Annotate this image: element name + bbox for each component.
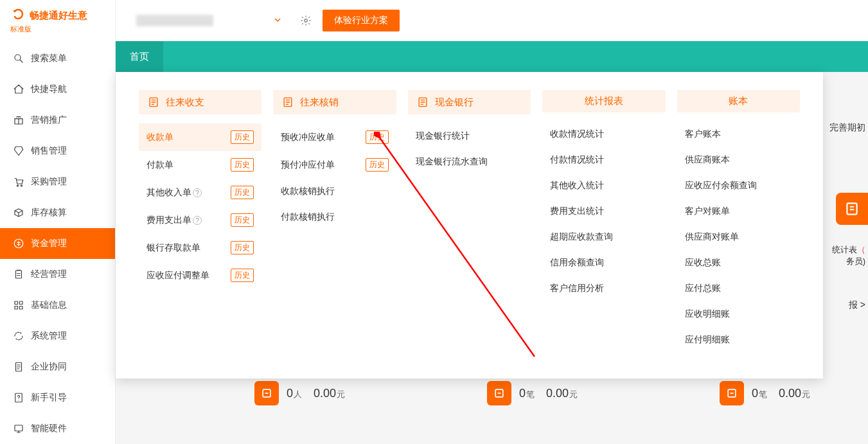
settings-button[interactable] xyxy=(297,12,315,30)
tab-home[interactable]: 首页 xyxy=(116,41,163,72)
mega-item-1-0[interactable]: 预收冲应收单历史 xyxy=(273,123,396,151)
mega-item-3-0[interactable]: 收款情况统计 xyxy=(542,121,665,147)
mega-item-4-7[interactable]: 应收明细账 xyxy=(677,301,800,327)
mega-item-3-6[interactable]: 客户信用分析 xyxy=(542,276,665,301)
money-icon xyxy=(13,238,24,249)
history-badge[interactable]: 历史 xyxy=(231,158,254,172)
sidebar-item-label: 搜索菜单 xyxy=(31,53,67,64)
mega-item-4-5[interactable]: 应收总账 xyxy=(677,250,800,276)
mega-item-4-8[interactable]: 应付明细账 xyxy=(677,327,800,353)
sidebar-item-label: 采购管理 xyxy=(31,176,67,188)
mega-item-4-3[interactable]: 客户对账单 xyxy=(677,199,800,224)
peek-card-1: 0笔0.00元 xyxy=(487,381,578,405)
logo-subtitle: 标准版 xyxy=(10,24,105,34)
mega-item-3-5[interactable]: 信用余额查询 xyxy=(542,250,665,276)
mega-item-label: 其他收入统计 xyxy=(550,180,604,191)
sidebar-item-11[interactable]: 新手引导 xyxy=(0,382,115,413)
mega-item-1-3[interactable]: 付款核销执行 xyxy=(273,204,396,230)
doc-icon xyxy=(416,95,430,109)
mega-item-0-0[interactable]: 收款单历史 xyxy=(139,123,261,151)
peek-values: 0笔0.00元 xyxy=(752,387,810,400)
mega-list: 现金银行统计现金银行流水查询 xyxy=(408,123,531,175)
org-name-redacted xyxy=(136,15,213,26)
history-badge[interactable]: 历史 xyxy=(231,213,254,227)
mega-item-label: 现金银行统计 xyxy=(416,130,470,142)
mega-column-header: 统计报表 xyxy=(542,90,665,112)
sidebar-item-6[interactable]: 资金管理 xyxy=(0,228,115,259)
mega-item-3-4[interactable]: 超期应收款查询 xyxy=(542,224,665,250)
history-badge[interactable]: 历史 xyxy=(366,158,389,172)
history-badge[interactable]: 历史 xyxy=(231,241,254,254)
mega-item-label: 应付明细账 xyxy=(685,334,730,346)
history-badge[interactable]: 历史 xyxy=(231,130,254,144)
logo-icon xyxy=(10,8,26,23)
mega-item-4-1[interactable]: 供应商账本 xyxy=(677,147,800,173)
mega-item-4-2[interactable]: 应收应付余额查询 xyxy=(677,173,800,199)
mega-item-label: 应收应付余额查询 xyxy=(685,180,757,191)
sidebar-item-7[interactable]: 经营管理 xyxy=(0,259,115,290)
sidebar-item-3[interactable]: 销售管理 xyxy=(0,136,115,166)
float-action-button[interactable] xyxy=(836,193,868,225)
sidebar-item-9[interactable]: 系统管理 xyxy=(0,321,115,351)
help-icon[interactable]: ? xyxy=(193,216,202,225)
mega-column-3: 统计报表收款情况统计付款情况统计其他收入统计费用支出统计超期应收款查询信用余额查… xyxy=(542,90,665,353)
history-badge[interactable]: 历史 xyxy=(231,186,254,199)
sidebar-item-4[interactable]: 采购管理 xyxy=(0,166,115,197)
svg-point-4 xyxy=(21,185,22,186)
sidebar-item-0[interactable]: 搜索菜单 xyxy=(0,43,115,74)
sidebar-item-5[interactable]: 库存核算 xyxy=(0,197,115,228)
org-selector[interactable] xyxy=(128,11,289,30)
mega-item-2-1[interactable]: 现金银行流水查询 xyxy=(408,149,531,175)
mega-item-2-0[interactable]: 现金银行统计 xyxy=(408,123,531,149)
mega-item-label: 预收冲应收单 xyxy=(281,132,335,143)
mega-item-label: 付款情况统计 xyxy=(550,154,604,166)
mega-menu-panel: 往来收支收款单历史付款单历史其他收入单?历史费用支出单?历史银行存取款单历史应收… xyxy=(116,72,823,378)
mega-item-0-4[interactable]: 银行存取款单历史 xyxy=(139,234,261,262)
sidebar-item-2[interactable]: 营销推广 xyxy=(0,105,115,136)
mega-item-3-2[interactable]: 其他收入统计 xyxy=(542,173,665,199)
mega-item-0-3[interactable]: 费用支出单?历史 xyxy=(139,206,261,234)
svg-rect-10 xyxy=(20,306,23,310)
mega-item-3-1[interactable]: 付款情况统计 xyxy=(542,147,665,173)
mega-item-4-0[interactable]: 客户账本 xyxy=(677,121,800,147)
mega-item-4-6[interactable]: 应付总账 xyxy=(677,276,800,301)
tab-bar: 首页 xyxy=(116,41,868,72)
mega-item-label: 费用支出统计 xyxy=(550,206,604,217)
clipboard-icon xyxy=(13,269,24,280)
experience-button[interactable]: 体验行业方案 xyxy=(323,10,400,31)
mega-column-header: 账本 xyxy=(677,90,800,112)
history-badge[interactable]: 历史 xyxy=(366,130,389,144)
sidebar-item-label: 基础信息 xyxy=(31,299,67,311)
chevron-down-icon xyxy=(274,16,281,26)
mega-item-label: 客户信用分析 xyxy=(550,283,604,294)
search-icon xyxy=(13,53,24,64)
mega-item-1-2[interactable]: 收款核销执行 xyxy=(273,179,396,204)
history-badge[interactable]: 历史 xyxy=(231,269,254,282)
grid-icon xyxy=(13,299,24,311)
svg-rect-13 xyxy=(15,425,22,431)
mega-item-label: 信用余额查询 xyxy=(550,257,604,269)
mega-item-0-2[interactable]: 其他收入单?历史 xyxy=(139,179,261,206)
report-link[interactable]: 报 > xyxy=(849,299,868,311)
mega-item-0-1[interactable]: 付款单历史 xyxy=(139,151,261,179)
mega-item-label: 应付总账 xyxy=(685,283,721,294)
mega-item-label: 供应商账本 xyxy=(685,154,730,166)
mega-item-1-1[interactable]: 预付冲应付单历史 xyxy=(273,151,396,179)
sidebar-item-label: 营销推广 xyxy=(31,114,67,126)
stat-icon xyxy=(487,381,511,405)
mega-item-4-4[interactable]: 供应商对账单 xyxy=(677,224,800,250)
mega-item-0-5[interactable]: 应收应付调整单历史 xyxy=(139,262,261,289)
sidebar-item-8[interactable]: 基础信息 xyxy=(0,290,115,321)
mega-item-label: 客户对账单 xyxy=(685,206,730,217)
cycle-icon xyxy=(13,330,24,342)
mega-column-4: 账本客户账本供应商账本应收应付余额查询客户对账单供应商对账单应收总账应付总账应收… xyxy=(677,90,800,353)
sidebar-item-10[interactable]: 企业协同 xyxy=(0,351,115,382)
mega-item-label: 现金银行流水查询 xyxy=(416,156,488,168)
svg-point-1 xyxy=(15,55,21,60)
sidebar-item-1[interactable]: 快捷导航 xyxy=(0,74,115,105)
mega-item-3-3[interactable]: 费用支出统计 xyxy=(542,199,665,224)
sidebar-item-12[interactable]: 智能硬件 xyxy=(0,413,115,444)
help-icon[interactable]: ? xyxy=(193,188,202,197)
mega-item-label: 收款情况统计 xyxy=(550,129,604,140)
tv-icon xyxy=(13,423,24,434)
